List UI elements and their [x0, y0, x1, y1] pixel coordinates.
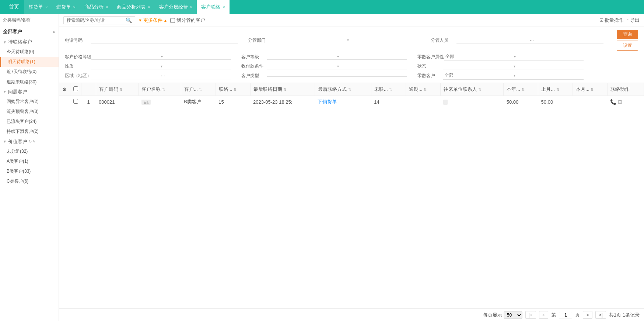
sort-last-date-icon: ⇅	[283, 87, 286, 92]
sidebar-item-churned[interactable]: 已流失客户(24)	[0, 117, 59, 127]
nav-tab-product-list[interactable]: 商品分析列表 ×	[112, 0, 154, 14]
close-product-analysis-tab[interactable]: ×	[106, 5, 108, 9]
settings-btn[interactable]: 设置	[617, 41, 638, 51]
sidebar-group-value[interactable]: ▼ 价值客户 ↻ ✎	[0, 137, 59, 146]
col-setting[interactable]: ⚙	[59, 83, 70, 96]
nav-tab-purchase[interactable]: 进货单 ×	[52, 0, 80, 14]
value-refresh-icon[interactable]: ↻	[29, 139, 32, 144]
all-customers-header[interactable]: 全部客户 «	[0, 26, 59, 37]
col-this-month[interactable]: 本月... ⇅	[573, 83, 608, 96]
region-select[interactable]: ···	[91, 72, 231, 79]
person-dots[interactable]: ···	[529, 38, 602, 43]
close-sales-tab[interactable]: ×	[45, 5, 48, 9]
page-input[interactable]	[559, 312, 572, 318]
col-last-way[interactable]: 最后联络方式 ⇅	[315, 83, 371, 96]
dept-select[interactable]: ▾	[274, 37, 421, 43]
row-setting-cell	[59, 96, 70, 108]
next-page-btn[interactable]: >	[583, 311, 592, 319]
my-customers-checkbox-label[interactable]: 我分管的客户	[170, 17, 205, 24]
dept-label: 分管部门	[248, 37, 274, 44]
nav-home[interactable]: 首页	[4, 0, 24, 14]
filter-search-icon[interactable]: 🔍	[126, 17, 132, 23]
col-this-year[interactable]: 本年... ⇅	[504, 83, 538, 96]
person-select[interactable]: ···	[456, 37, 603, 44]
collapse-sidebar-btn[interactable]: «	[53, 29, 56, 35]
value-edit-icon[interactable]: ✎	[32, 139, 35, 144]
sidebar-item-overdue[interactable]: 逾期未联络(30)	[0, 77, 59, 87]
sidebar-item-repurchase-abnormal[interactable]: 回购异常客户(2)	[0, 97, 59, 107]
data-table-container: ⚙ 客户编码 ⇅ 客户名称 ⇅	[59, 83, 644, 308]
adv-filter-row-4: 区域（地区） ··· 客户类型 零散客户 全部 ▾	[65, 72, 638, 80]
nav-tab-customer-contact[interactable]: 客户联络 ×	[197, 0, 229, 14]
more-conditions-btn[interactable]: ▼ 更多条件 ▲	[138, 17, 167, 24]
sidebar-item-declining[interactable]: 持续下滑客户(2)	[0, 127, 59, 137]
adv-field-gender: 性质 ▾	[65, 63, 231, 69]
batch-op-btn[interactable]: ☑ 批量操作	[599, 17, 624, 24]
close-customer-contact-tab[interactable]: ×	[223, 5, 225, 9]
last-page-btn[interactable]: >|	[595, 311, 606, 319]
adv-field-status: 状态 ▾	[417, 63, 584, 69]
col-code[interactable]: 客户编码 ⇅	[96, 83, 139, 96]
sort-company-contact-icon: ⇅	[478, 87, 481, 92]
phone-input[interactable]	[91, 37, 238, 44]
action-more-icon[interactable]: ⊞	[618, 99, 622, 105]
retail-attr-select[interactable]: 全部 ▾	[444, 53, 584, 61]
last-way-link[interactable]: 下销货单	[318, 99, 337, 104]
my-customers-checkbox[interactable]	[170, 18, 175, 23]
sidebar-item-b-class[interactable]: B类客户(33)	[0, 166, 59, 176]
close-product-list-tab[interactable]: ×	[148, 5, 150, 9]
nav-tab-product-analysis[interactable]: 商品分析 ×	[80, 0, 112, 14]
retail-customer-select[interactable]: 全部 ▾	[443, 72, 584, 80]
row-company-contact-cell	[440, 96, 504, 108]
filter-search-input[interactable]	[67, 18, 126, 23]
sidebar-search-input[interactable]	[3, 17, 58, 23]
col-last-date[interactable]: 最后联络日期 ⇅	[250, 83, 315, 96]
first-page-btn[interactable]: |<	[525, 311, 536, 319]
sidebar-item-tomorrow[interactable]: 明天待联络(1)	[0, 57, 59, 67]
export-btn[interactable]: ↑ 导出	[627, 17, 640, 24]
sidebar-item-churn-warning[interactable]: 流失预警客户(3)	[0, 107, 59, 117]
phone-label: 电话号码	[65, 37, 91, 44]
sidebar-group-pending[interactable]: ▼ 待联络客户	[0, 37, 59, 47]
prev-page-btn[interactable]: <	[539, 311, 549, 319]
data-table: ⚙ 客户编码 ⇅ 客户名称 ⇅	[59, 83, 644, 108]
more-conditions-caret: ▲	[164, 18, 167, 23]
col-company-contact[interactable]: 往来单位联系人 ⇅	[440, 83, 504, 96]
col-last-month[interactable]: 上月... ⇅	[538, 83, 573, 96]
col-name[interactable]: 客户名称 ⇅	[139, 83, 181, 96]
sidebar-item-ungrouped[interactable]: 未分组(32)	[0, 146, 59, 156]
sidebar-item-7days[interactable]: 近7天待联络(0)	[0, 67, 59, 77]
col-no-contact[interactable]: 未联... ⇅	[371, 83, 406, 96]
nav-tab-sales[interactable]: 销货单 ×	[24, 0, 52, 14]
customer-type-select[interactable]	[267, 75, 407, 77]
col-contact[interactable]: 联络... ⇅	[216, 83, 250, 96]
query-btn[interactable]: 查询	[617, 30, 638, 39]
row-check-cell	[70, 96, 81, 108]
price-level-label: 客户价格等级	[65, 54, 91, 60]
region-dots[interactable]: ···	[160, 73, 229, 78]
status-select[interactable]: ▾	[443, 63, 584, 69]
close-purchase-tab[interactable]: ×	[73, 5, 75, 9]
col-type[interactable]: 客户... ⇅	[181, 83, 216, 96]
row-this-year-cell: 50.00	[504, 96, 538, 108]
content-area: 🔍 ▼ 更多条件 ▲ 我分管的客户 ☑ 批量操作 ↑ 导出	[59, 14, 644, 321]
retail-customer-label: 零散客户	[417, 73, 443, 79]
sidebar-item-a-class[interactable]: A类客户(1)	[0, 156, 59, 166]
per-page-dropdown[interactable]: 50 100 200	[504, 311, 522, 319]
customer-level-select[interactable]: ▾	[267, 54, 407, 60]
pending-arrow: ▼	[3, 40, 7, 44]
action-phone-icon[interactable]: 📞	[610, 99, 616, 105]
price-level-select[interactable]: ▾	[91, 54, 231, 60]
sort-contact-icon: ⇅	[234, 87, 237, 92]
select-all-checkbox[interactable]	[73, 86, 78, 91]
sidebar-item-c-class[interactable]: C类客户(6)	[0, 176, 59, 186]
sidebar-group-problem[interactable]: ▼ 问题客户	[0, 87, 59, 97]
nav-tab-customer-layer[interactable]: 客户分层经营 ×	[155, 0, 197, 14]
close-customer-layer-tab[interactable]: ×	[190, 5, 192, 9]
gender-select[interactable]: ▾	[91, 63, 231, 69]
sidebar-item-today[interactable]: 今天待联络(0)	[0, 47, 59, 57]
col-overdue[interactable]: 逾期... ⇅	[406, 83, 440, 96]
payment-select[interactable]: ▾	[267, 63, 407, 69]
col-check	[70, 83, 81, 96]
row-checkbox[interactable]	[73, 99, 78, 104]
